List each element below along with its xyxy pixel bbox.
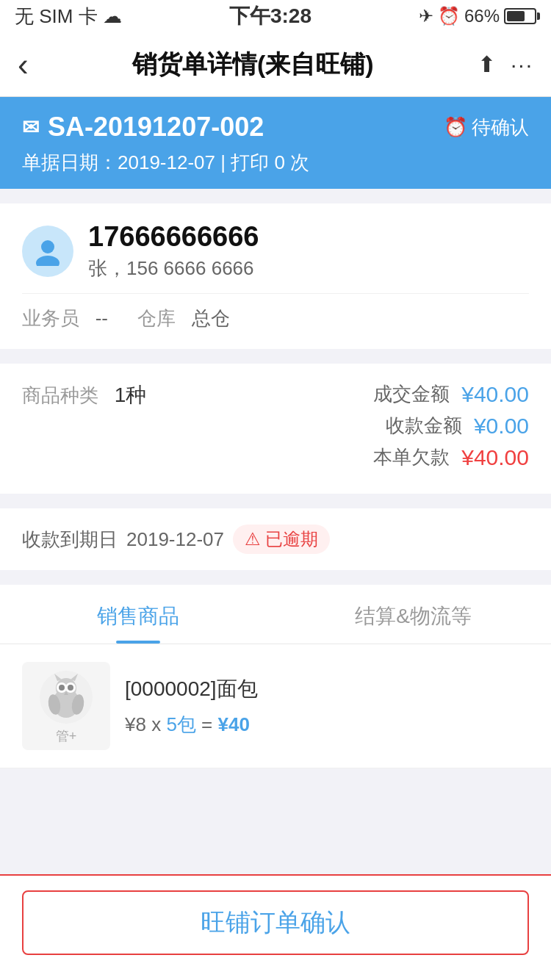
order-status: ⏰ 待确认 <box>444 115 529 140</box>
received-label: 收款金额 <box>386 413 462 439</box>
location-icon: ✈ <box>419 6 433 26</box>
customer-name: 张，156 6666 6666 <box>88 256 259 281</box>
owed-label: 本单欠款 <box>373 444 450 470</box>
price-unit: ¥8 <box>125 713 146 735</box>
page-title: 销货单详情(来自旺铺) <box>132 48 374 82</box>
owed-value: ¥40.00 <box>461 445 529 470</box>
overdue-icon: ⚠ <box>245 529 261 550</box>
product-item: 管+ [0000002]面包 ¥8 x 5包 = ¥40 <box>0 644 551 768</box>
due-label: 收款到期日 <box>22 527 118 552</box>
product-section: 管+ [0000002]面包 ¥8 x 5包 = ¥40 <box>0 644 551 768</box>
customer-meta: 业务员 -- 仓库 总仓 <box>22 306 529 331</box>
tabs-bar: 销售商品 结算&物流等 <box>0 585 551 644</box>
order-id-text: SA-20191207-002 <box>48 112 264 143</box>
svg-point-10 <box>68 685 73 691</box>
amount-label: 成交金额 <box>373 381 450 407</box>
customer-card: 17666666666 张，156 6666 6666 业务员 -- 仓库 总仓 <box>0 203 551 349</box>
battery-icon <box>504 8 536 24</box>
nav-bar: ‹ 销货单详情(来自旺铺) ⬆ ··· <box>0 32 551 97</box>
product-info: [0000002]面包 ¥8 x 5包 = ¥40 <box>125 675 529 738</box>
price-total: ¥40 <box>218 713 250 735</box>
more-icon[interactable]: ··· <box>511 52 533 77</box>
due-date-value: 2019-12-07 <box>126 528 224 551</box>
overdue-text: 已逾期 <box>265 527 318 551</box>
overdue-badge: ⚠ 已逾期 <box>233 525 330 554</box>
order-date: 单据日期：2019-12-07 | 打印 0 次 <box>22 150 529 176</box>
category-row: 商品种类 1种 <box>22 381 146 409</box>
stats-right: 成交金额 ¥40.00 收款金额 ¥0.00 本单欠款 ¥40.00 <box>373 381 529 476</box>
status-left: 无 SIM 卡 ☁ <box>15 4 122 29</box>
customer-phone: 17666666666 <box>88 221 259 253</box>
svg-point-1 <box>36 256 60 266</box>
amount-value: ¥40.00 <box>461 382 529 407</box>
price-multiply: x <box>151 713 166 735</box>
status-time: 下午3:28 <box>229 2 311 30</box>
order-icon: ✉ <box>22 115 39 140</box>
stats-section: 商品种类 1种 成交金额 ¥40.00 收款金额 ¥0.00 本单欠款 ¥40.… <box>0 364 551 494</box>
order-status-text: 待确认 <box>472 115 529 140</box>
due-section: 收款到期日 2019-12-07 ⚠ 已逾期 <box>0 508 551 570</box>
avatar <box>22 226 73 277</box>
status-clock-icon: ⏰ <box>444 116 467 139</box>
status-right: ✈ ⏰ 66% <box>419 6 536 26</box>
svg-point-9 <box>59 685 65 691</box>
received-value: ¥0.00 <box>474 414 529 439</box>
share-icon[interactable]: ⬆ <box>478 51 496 77</box>
product-price: ¥8 x 5包 = ¥40 <box>125 712 529 738</box>
back-button[interactable]: ‹ <box>18 46 29 83</box>
order-id-row: ✉ SA-20191207-002 <box>22 112 264 143</box>
warehouse-label: 仓库 <box>137 307 176 329</box>
sim-status: 无 SIM 卡 ☁ <box>15 4 122 29</box>
tab-settlement[interactable]: 结算&物流等 <box>276 585 551 644</box>
category-value: 1种 <box>115 383 147 406</box>
svg-point-0 <box>41 240 54 253</box>
product-name: [0000002]面包 <box>125 675 529 703</box>
alarm-icon: ⏰ <box>438 6 460 26</box>
sales-label: 业务员 <box>22 307 79 329</box>
price-qty: 5包 <box>166 713 195 735</box>
nav-right: ⬆ ··· <box>478 51 533 77</box>
price-equals: = <box>201 713 217 735</box>
order-header: ✉ SA-20191207-002 ⏰ 待确认 单据日期：2019-12-07 … <box>0 97 551 189</box>
tab-products[interactable]: 销售商品 <box>0 585 276 644</box>
battery-text: 66% <box>464 6 500 26</box>
confirm-order-button[interactable]: 旺铺订单确认 <box>22 890 529 955</box>
nav-left: ‹ <box>18 46 29 83</box>
bottom-bar: 旺铺订单确认 <box>0 874 551 980</box>
category-label: 商品种类 <box>22 384 98 406</box>
status-bar: 无 SIM 卡 ☁ 下午3:28 ✈ ⏰ 66% <box>0 0 551 32</box>
warehouse-value: 总仓 <box>192 307 230 329</box>
product-thumbnail: 管+ <box>22 662 110 750</box>
sales-value: -- <box>96 307 108 329</box>
